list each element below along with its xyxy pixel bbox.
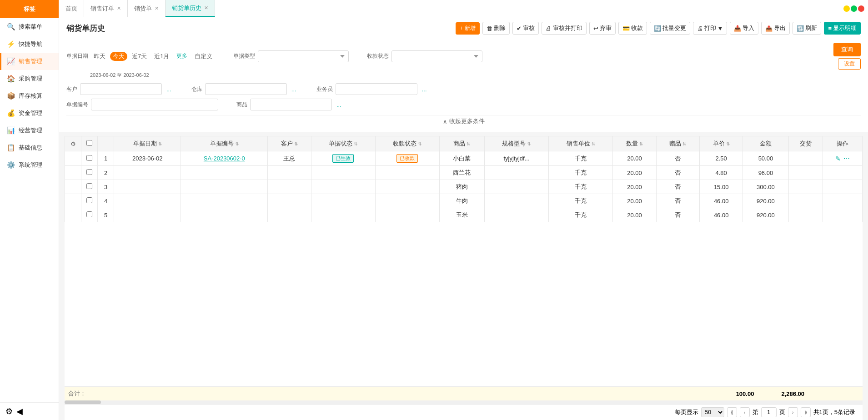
maximize-button[interactable] xyxy=(851,5,857,12)
cell-checkbox[interactable] xyxy=(81,166,98,180)
goods-ellipsis[interactable]: ... xyxy=(335,100,343,109)
customer-ellipsis[interactable]: ... xyxy=(165,85,173,94)
tab-sales-history[interactable]: 销货单历史 ✕ xyxy=(166,0,215,17)
status-badge: 已生效 xyxy=(332,154,354,163)
cell-unit: 千克 xyxy=(549,151,613,166)
tab-home[interactable]: 首页 xyxy=(59,0,84,17)
print-button[interactable]: 🖨 打印 ▼ xyxy=(693,22,728,35)
sidebar-item-basic[interactable]: 📋 基础信息 xyxy=(0,139,59,156)
date-pill-more[interactable]: 更多 xyxy=(174,52,190,60)
next-page-button[interactable]: › xyxy=(788,407,798,417)
doc-type-filter: 单据类型 xyxy=(233,50,349,62)
th-unit[interactable]: 销售单位 ⇅ xyxy=(549,136,613,151)
horizontal-scrollbar[interactable] xyxy=(65,400,863,404)
batch-change-button[interactable]: 🔄 批量变更 xyxy=(650,22,690,35)
warehouse-label: 仓库 xyxy=(191,85,202,93)
th-receipt-status[interactable]: 收款状态 ⇅ xyxy=(375,136,439,151)
sidebar-item-inventory[interactable]: 📦 库存核算 xyxy=(0,87,59,105)
th-spec[interactable]: 规格型号 ⇅ xyxy=(484,136,548,151)
row-checkbox[interactable] xyxy=(86,183,92,189)
date-pill-today[interactable]: 今天 xyxy=(110,52,127,61)
export-button[interactable]: 📤 导出 xyxy=(761,22,790,35)
th-goods[interactable]: 商品 ⇅ xyxy=(440,136,485,151)
tab-sales-order[interactable]: 销售订单 ✕ xyxy=(84,0,128,17)
row-checkbox[interactable] xyxy=(86,197,92,203)
audit-print-button[interactable]: 🖨 审核并打印 xyxy=(542,22,587,35)
date-pill-1month[interactable]: 近1月 xyxy=(151,52,172,61)
th-qty[interactable]: 数量 ⇅ xyxy=(613,136,656,151)
sidebar-item-quicknav[interactable]: ⚡ 快捷导航 xyxy=(0,35,59,53)
customer-input[interactable] xyxy=(80,83,162,95)
edit-icon[interactable]: ✎ xyxy=(835,155,841,162)
select-all-checkbox[interactable] xyxy=(86,140,92,146)
warehouse-ellipsis[interactable]: ... xyxy=(290,85,298,94)
cell-checkbox[interactable] xyxy=(81,151,98,166)
collapse-filter-button[interactable]: ∧ 收起更多条件 xyxy=(66,116,861,126)
status-badge: 已收款 xyxy=(396,154,418,163)
delete-button[interactable]: 🗑 删除 xyxy=(482,22,510,35)
audit-button[interactable]: ✔ 审核 xyxy=(512,22,539,35)
import-button[interactable]: 📥 导入 xyxy=(730,22,758,35)
date-pill-yesterday[interactable]: 昨天 xyxy=(91,52,108,61)
prev-page-button[interactable]: ‹ xyxy=(740,407,750,417)
th-doc-no[interactable]: 单据编号 ⇅ xyxy=(181,136,268,151)
cell-receipt-status xyxy=(375,180,439,194)
staff-input[interactable] xyxy=(336,83,417,95)
collect-button[interactable]: 💳 收款 xyxy=(618,22,647,35)
th-doc-status[interactable]: 单据状态 ⇅ xyxy=(311,136,375,151)
tab-sales-order-close[interactable]: ✕ xyxy=(117,5,121,11)
close-button[interactable] xyxy=(858,5,864,12)
sidebar-item-label: 经营管理 xyxy=(19,126,42,135)
last-page-button[interactable]: ⟫ xyxy=(801,407,811,417)
sidebar-item-finance[interactable]: 💰 资金管理 xyxy=(0,105,59,122)
th-gift[interactable]: 赠品 ⇅ xyxy=(656,136,699,151)
goods-input[interactable] xyxy=(250,99,332,110)
scrollbar-thumb[interactable] xyxy=(65,400,101,404)
row-checkbox[interactable] xyxy=(86,155,92,161)
docno-input[interactable] xyxy=(91,99,218,110)
page-number-input[interactable] xyxy=(761,407,777,417)
gear-icon[interactable]: ⚙ xyxy=(70,140,76,147)
minimize-button[interactable] xyxy=(843,5,850,12)
th-doc-date[interactable]: 单据日期 ⇅ xyxy=(114,136,181,151)
display-detail-button[interactable]: ≡ 显示明细 xyxy=(824,22,861,35)
sidebar-collapse-icon[interactable]: ◀ xyxy=(16,406,23,416)
tab-sales-history-close[interactable]: ✕ xyxy=(204,5,208,11)
doc-type-select[interactable] xyxy=(258,50,349,62)
refresh-button[interactable]: 🔃 刷新 xyxy=(793,22,821,35)
cell-checkbox[interactable] xyxy=(81,194,98,208)
staff-ellipsis[interactable]: ... xyxy=(420,85,429,94)
cell-price: 4.80 xyxy=(699,166,743,180)
sidebar-settings-icon[interactable]: ⚙ xyxy=(5,406,13,416)
warehouse-input[interactable] xyxy=(205,83,287,95)
page-size-select[interactable]: 50 100 200 xyxy=(701,407,724,417)
cell-checkbox[interactable] xyxy=(81,208,98,222)
cell-gear xyxy=(65,208,81,222)
cell-checkbox[interactable] xyxy=(81,180,98,194)
total-info: 共1页，5条记录 xyxy=(813,408,855,416)
query-button[interactable]: 查询 xyxy=(833,43,861,56)
sidebar-item-sales[interactable]: 📈 销售管理 xyxy=(0,53,59,70)
sidebar-item-system[interactable]: ⚙️ 系统管理 xyxy=(0,156,59,174)
new-button[interactable]: + 新增 xyxy=(456,22,479,35)
sidebar-item-operation[interactable]: 📊 经营管理 xyxy=(0,122,59,139)
date-pill-7days[interactable]: 近7天 xyxy=(129,52,150,61)
th-price[interactable]: 单价 ⇅ xyxy=(699,136,743,151)
cell-actions[interactable]: ✎ ⋯ xyxy=(823,151,863,166)
more-action-icon[interactable]: ⋯ xyxy=(843,155,850,162)
filter-area: 单据日期 昨天 今天 近7天 近1月 更多 自定义 单据类型 xyxy=(66,39,861,129)
sidebar-item-purchase[interactable]: 🏠 采购管理 xyxy=(0,70,59,87)
sidebar-item-search[interactable]: 🔍 搜索菜单 xyxy=(0,18,59,35)
row-checkbox[interactable] xyxy=(86,169,92,175)
date-pill-custom[interactable]: 自定义 xyxy=(192,52,215,61)
receipt-status-select[interactable] xyxy=(391,50,482,62)
cell-doc-status xyxy=(311,180,375,194)
th-gear[interactable]: ⚙ xyxy=(65,136,81,151)
tab-sales-delivery-close[interactable]: ✕ xyxy=(155,5,159,11)
filter-settings-button[interactable]: 设置 xyxy=(838,58,861,70)
th-customer[interactable]: 客户 ⇅ xyxy=(268,136,311,151)
abandon-button[interactable]: ↩ 弃审 xyxy=(589,22,616,35)
row-checkbox[interactable] xyxy=(86,211,92,217)
tab-sales-delivery[interactable]: 销货单 ✕ xyxy=(128,0,166,17)
first-page-button[interactable]: ⟪ xyxy=(727,407,737,417)
